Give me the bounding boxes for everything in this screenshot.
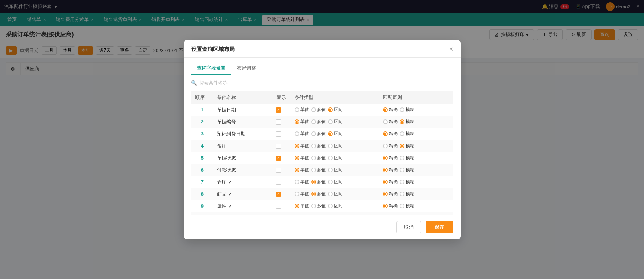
modal-header: 设置查询区域布局 ×	[184, 40, 461, 58]
search-row: 🔍	[184, 75, 461, 80]
modal-tab-layout[interactable]: 布局调整	[231, 62, 262, 75]
modal-tabs: 查询字段设置 布局调整	[184, 58, 461, 75]
search-input-wrap: 🔍	[191, 79, 265, 80]
modal-overlay[interactable]: 设置查询区域布局 × 查询字段设置 布局调整 🔍 顺序	[0, 0, 644, 80]
modal-title: 设置查询区域布局	[191, 46, 235, 53]
modal-tab-query-fields[interactable]: 查询字段设置	[191, 62, 231, 75]
settings-modal: 设置查询区域布局 × 查询字段设置 布局调整 🔍 顺序	[184, 40, 461, 80]
modal-close-btn[interactable]: ×	[449, 46, 453, 52]
